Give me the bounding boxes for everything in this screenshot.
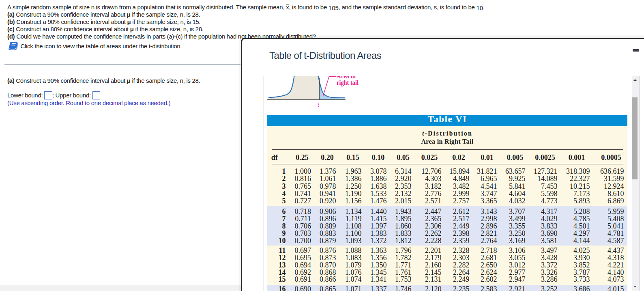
svg-text:right tail: right tail [337,79,358,86]
svg-text:t: t [318,101,320,108]
